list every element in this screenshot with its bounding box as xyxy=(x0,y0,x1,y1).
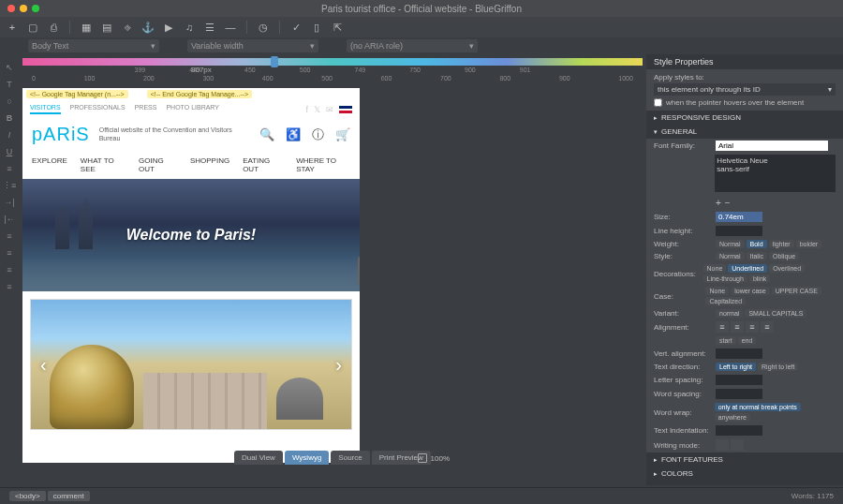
section-geometry[interactable]: GEOMETRY xyxy=(646,481,843,485)
wordspacing-input[interactable] xyxy=(716,389,762,399)
align-center[interactable]: ≡ xyxy=(731,321,744,333)
wrap-anywhere[interactable]: anywhere xyxy=(715,413,750,422)
style-normal[interactable]: Normal xyxy=(716,252,745,260)
align-right-tool[interactable]: ≡ xyxy=(4,264,15,275)
save-icon[interactable]: ⎙ xyxy=(47,21,60,34)
bold-tool[interactable]: B xyxy=(4,112,15,124)
tab-visitors[interactable]: VISITORS xyxy=(30,104,61,114)
variant-normal[interactable]: normal xyxy=(716,309,743,318)
case-lower[interactable]: lower case xyxy=(731,287,769,295)
page-canvas[interactable]: <!-- Google Tag Manager (n...--> <!-- En… xyxy=(22,88,360,463)
circle-tool[interactable]: ○ xyxy=(4,96,15,107)
text-tool[interactable]: T xyxy=(4,79,15,90)
outdent-tool[interactable]: |← xyxy=(4,214,15,225)
weight-bolder[interactable]: bolder xyxy=(796,240,821,248)
maximize-window[interactable] xyxy=(32,5,39,12)
tab-source[interactable]: Source xyxy=(331,451,369,465)
new-file-icon[interactable]: + xyxy=(6,21,19,34)
zoom-control[interactable]: 100% xyxy=(418,453,450,463)
writemode-1[interactable] xyxy=(716,439,729,451)
deco-overline[interactable]: Overlined xyxy=(769,264,805,273)
style-italic[interactable]: Italic xyxy=(747,252,767,260)
close-window[interactable] xyxy=(7,5,15,12)
tab-press[interactable]: PRESS xyxy=(135,104,157,114)
align-left[interactable]: ≡ xyxy=(716,321,729,333)
dir-ltr[interactable]: Left to right xyxy=(716,363,756,371)
element-selector[interactable]: Body Text▾ xyxy=(28,39,159,52)
tab-professionals[interactable]: PROFESSIONALS xyxy=(70,104,126,114)
tab-wysiwyg[interactable]: Wysiwyg xyxy=(285,451,329,465)
info-icon[interactable]: ⓘ xyxy=(312,126,324,143)
link-icon[interactable]: ⎆ xyxy=(121,21,134,34)
bc-body[interactable]: <body> xyxy=(9,491,46,501)
nav-explore[interactable]: EXPLORE xyxy=(32,156,67,173)
carousel-next[interactable]: › xyxy=(335,354,342,376)
nav-eatingout[interactable]: EATING OUT xyxy=(243,156,283,173)
form-icon[interactable]: ☰ xyxy=(203,21,216,34)
deco-linethrough[interactable]: Line-through xyxy=(703,274,747,283)
nav-goingout[interactable]: GOING OUT xyxy=(139,156,177,173)
font-family-input[interactable] xyxy=(716,141,828,151)
font-stack-list[interactable]: Helvetica Neuesans-serif xyxy=(715,155,836,192)
gtm-comment-start[interactable]: <!-- Google Tag Manager (n...--> xyxy=(26,90,128,98)
weight-bold[interactable]: Bold xyxy=(747,240,767,248)
mail-icon[interactable]: ✉ xyxy=(326,105,333,114)
section-colors[interactable]: COLORS xyxy=(646,467,843,481)
anchor-icon[interactable]: ⚓ xyxy=(141,21,155,34)
carousel-prev[interactable]: ‹ xyxy=(40,354,47,376)
language-flag[interactable] xyxy=(339,106,352,113)
hr-icon[interactable]: — xyxy=(224,21,237,34)
italic-tool[interactable]: I xyxy=(4,129,15,141)
dir-rtl[interactable]: Right to left xyxy=(758,363,798,371)
align-center-tool[interactable]: ≡ xyxy=(4,247,15,259)
case-none[interactable]: None xyxy=(705,287,729,295)
search-icon[interactable]: 🔍 xyxy=(259,127,274,141)
nav-whattosee[interactable]: WHAT TO SEE xyxy=(81,156,126,173)
weight-lighter[interactable]: lighter xyxy=(769,240,794,248)
add-font-button[interactable]: + xyxy=(716,198,721,208)
carousel-image[interactable]: ‹ › xyxy=(30,299,352,430)
doc-icon[interactable]: ▯ xyxy=(310,21,323,34)
deco-none[interactable]: None xyxy=(703,264,727,273)
indent-input[interactable] xyxy=(716,425,762,436)
deco-underline[interactable]: Underlined xyxy=(728,264,767,273)
cursor-tool[interactable]: ↖ xyxy=(4,62,15,73)
align-start[interactable]: start xyxy=(716,336,736,345)
paris-logo[interactable]: pARiS xyxy=(32,124,90,145)
wrap-normal[interactable]: only at normal break points xyxy=(715,403,801,411)
align-left-tool[interactable]: ≡ xyxy=(4,230,15,242)
tab-dualview[interactable]: Dual View xyxy=(234,451,283,465)
section-general[interactable]: GENERAL xyxy=(646,125,843,139)
align-right[interactable]: ≡ xyxy=(746,321,759,333)
deco-blink[interactable]: blink xyxy=(749,274,770,283)
size-input[interactable] xyxy=(716,212,762,222)
align-justify[interactable]: ≡ xyxy=(761,321,774,333)
video-icon[interactable]: ▶ xyxy=(162,21,175,34)
underline-tool[interactable]: U xyxy=(4,146,15,157)
nav-shopping[interactable]: SHOPPING xyxy=(190,156,229,173)
facebook-icon[interactable]: f xyxy=(305,105,308,114)
gtm-comment-end[interactable]: <!-- End Google Tag Manage...--> xyxy=(147,90,253,98)
list-tool[interactable]: ≡ xyxy=(4,163,15,174)
case-cap[interactable]: Capitalized xyxy=(705,297,746,305)
valign-input[interactable] xyxy=(716,348,762,359)
case-upper[interactable]: UPPER CASE xyxy=(772,287,821,295)
hover-checkbox[interactable]: when the pointer hovers over the element xyxy=(654,98,836,107)
open-file-icon[interactable]: ▢ xyxy=(26,21,39,34)
aria-selector[interactable]: (no ARIA role)▾ xyxy=(347,39,478,52)
check-icon[interactable]: ✓ xyxy=(289,21,303,34)
minimize-window[interactable] xyxy=(20,5,27,12)
bc-comment[interactable]: comment xyxy=(48,491,90,501)
style-oblique[interactable]: Oblique xyxy=(769,252,799,260)
export-icon[interactable]: ⇱ xyxy=(331,21,344,34)
clock-icon[interactable]: ◷ xyxy=(257,21,270,34)
align-end[interactable]: end xyxy=(738,336,757,345)
lineheight-input[interactable] xyxy=(716,226,762,236)
responsive-bar[interactable] xyxy=(22,58,643,66)
indent-tool[interactable]: →| xyxy=(4,197,15,208)
justify-tool[interactable]: ≡ xyxy=(4,281,15,292)
image-icon[interactable]: ▦ xyxy=(80,21,93,34)
section-responsive[interactable]: RESPONSIVE DESIGN xyxy=(646,111,843,125)
apply-select[interactable]: this element only through its ID▾ xyxy=(654,83,836,96)
variant-smallcaps[interactable]: SMALL CAPITALS xyxy=(745,309,806,318)
